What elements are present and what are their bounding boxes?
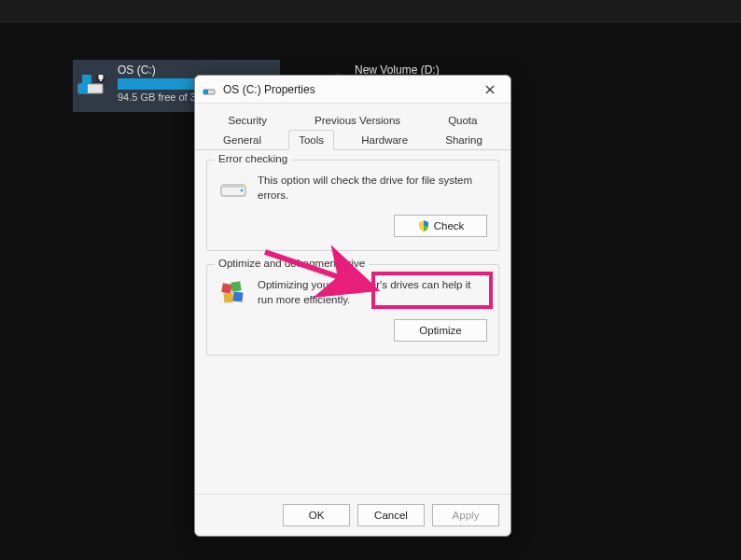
svg-point-16 [241, 189, 244, 192]
svg-rect-19 [224, 293, 234, 303]
tab-general[interactable]: General [213, 130, 272, 150]
svg-rect-18 [231, 281, 241, 291]
group-title: Optimize and defragment drive [215, 258, 369, 269]
tab-sharing[interactable]: Sharing [435, 130, 493, 150]
dialog-content: Error checking This option will check th… [195, 150, 510, 494]
svg-rect-17 [221, 283, 232, 294]
dialog-title: OS (C:) Properties [223, 83, 477, 96]
group-error-checking: Error checking This option will check th… [206, 160, 499, 251]
svg-rect-5 [100, 77, 102, 81]
apply-button[interactable]: Apply [432, 504, 499, 526]
svg-rect-15 [221, 185, 245, 188]
svg-rect-2 [82, 75, 91, 84]
tab-hardware[interactable]: Hardware [351, 130, 418, 150]
tab-quota[interactable]: Quota [438, 110, 487, 130]
close-button[interactable] [477, 79, 503, 100]
dialog-titlebar[interactable]: OS (C:) Properties [195, 76, 510, 104]
drive-icon [77, 67, 110, 101]
drive-small-icon [203, 82, 217, 97]
window-titlebar-strip [0, 0, 741, 22]
dialog-button-row: OK Cancel Apply [195, 494, 510, 536]
check-button-label: Check [434, 220, 465, 231]
cancel-button[interactable]: Cancel [357, 504, 425, 526]
ok-button[interactable]: OK [283, 504, 350, 526]
check-button[interactable]: Check [394, 215, 487, 237]
tab-previous-versions[interactable]: Previous Versions [304, 110, 411, 130]
optimize-button-label: Optimize [419, 325, 461, 336]
optimize-description: Optimizing your computer's drives can he… [258, 278, 487, 307]
group-optimize: Optimize and defragment drive Optimizing… [206, 264, 499, 356]
optimize-icon [218, 278, 248, 308]
group-title: Error checking [215, 153, 291, 164]
svg-rect-1 [78, 84, 88, 93]
error-checking-description: This option will check the drive for fil… [258, 174, 487, 203]
tab-security[interactable]: Security [218, 110, 278, 130]
drive-check-icon [218, 174, 248, 203]
svg-rect-20 [233, 292, 244, 302]
optimize-button[interactable]: Optimize [394, 319, 487, 342]
tab-strip: Security Previous Versions Quota General… [195, 104, 510, 150]
close-icon [485, 85, 495, 94]
tab-tools[interactable]: Tools [288, 130, 334, 150]
svg-rect-11 [203, 90, 208, 94]
uac-shield-icon [417, 219, 430, 232]
properties-dialog: OS (C:) Properties Security Previous Ver… [194, 75, 511, 537]
